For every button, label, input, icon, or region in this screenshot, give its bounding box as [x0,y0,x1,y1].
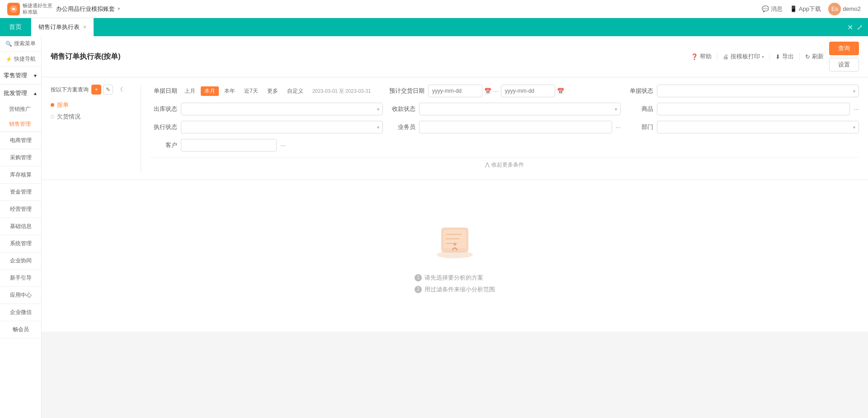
filter-field-delivery: 预计交货日期 📅 — 📅 [388,85,621,97]
sidebar-item-member[interactable]: 畅会员 [0,321,41,338]
tab-active[interactable]: 销售订单执行表 × [31,18,94,36]
customer-label: 客户 [150,141,177,149]
add-scheme-button[interactable]: + [91,85,101,95]
filter-row-4: 客户 ··· [150,139,859,152]
sidebar-item-finance[interactable]: 资金管理 [0,184,41,201]
help-icon: ❓ [691,53,698,60]
logo-text: 畅捷通好生意 标准版 [23,3,52,14]
sidebar-item-basic[interactable]: 基础信息 [0,218,41,235]
main-layout: 🔍 搜索菜单 ⚡ 快捷导航 零售管理 ▼ 批发管理 ▲ 营销推广 销售管理 电商… [0,36,868,418]
dept-select-wrapper: ▾ [657,121,859,133]
execution-select-wrapper: ▾ [181,121,383,133]
execution-select[interactable] [181,121,383,133]
query-button[interactable]: 查询 [829,42,859,55]
filter-right-section: 单据日期 上月 本月 本年 近7天 更多 自定义 2023-03-01 至 20… [141,85,859,172]
scheme-item-debt[interactable]: 欠货情况 [51,111,133,123]
filter-panel-inner: 按以下方案查询 + ✎ 《 [51,85,859,172]
svg-point-7 [453,243,456,246]
help-button[interactable]: ❓ 帮助 [691,52,712,61]
sidebar-item-operations[interactable]: 经营管理 [0,201,41,218]
date-tab-thismonth[interactable]: 本月 [201,86,219,96]
sidebar-item-apps[interactable]: 应用中心 [0,287,41,304]
filter-field-salesman: 业务员 ··· [388,121,621,133]
date-tab-7days[interactable]: 近7天 [241,86,262,96]
customer-more-icon[interactable]: ··· [280,142,286,149]
sidebar-item-wechat[interactable]: 企业微信 [0,304,41,321]
delivery-from-input[interactable] [428,85,482,97]
tab-bar: 首页 销售订单执行表 × ✕ ⤢ [0,18,868,36]
sidebar-item-system[interactable]: 系统管理 [0,235,41,252]
delivery-to-input[interactable] [501,85,555,97]
sidebar-item-enterprise[interactable]: 企业协同 [0,252,41,270]
tab-home[interactable]: 首页 [0,18,31,36]
date-label: 单据日期 [150,87,177,95]
sidebar-item-purchase[interactable]: 采购管理 [0,149,41,166]
dept-select[interactable] [657,121,859,133]
empty-text: 1 请先选择要分析的方案 2 用过滤条件来缩小分析范围 [415,272,495,295]
breadcrumb-area[interactable]: 办公用品行业模拟账套 ▾ [56,5,120,13]
sidebar-item-ecommerce[interactable]: 电商管理 [0,132,41,149]
app-download-button[interactable]: 📱 App下载 [790,5,821,13]
date-tab-lastmonth[interactable]: 上月 [181,86,199,96]
filter-row-3: 执行状态 ▾ 业务员 ··· [150,121,859,133]
salesman-input[interactable] [419,121,612,133]
window-close-icon[interactable]: ✕ [847,23,853,32]
top-bar-left: 畅捷通好生意 标准版 办公用品行业模拟账套 ▾ [7,3,120,15]
collapse-button[interactable]: ⋀ 收起更多条件 [485,162,524,168]
collapse-left-icon: 《 [117,86,123,94]
sidebar-search[interactable]: 🔍 搜索菜单 [0,36,41,52]
empty-state: 1 请先选择要分析的方案 2 用过滤条件来缩小分析范围 [42,180,868,332]
settings-button[interactable]: 设置 [829,58,859,71]
export-icon: ⬇ [775,53,780,60]
receipt-select[interactable] [419,103,621,115]
top-bar-right: 💬 消息 📱 App下载 Ea demo2 [762,3,861,15]
filter-scheme-header: 按以下方案查询 + ✎ 《 [51,85,133,95]
filter-left-section: 按以下方案查询 + ✎ 《 [51,85,141,172]
filter-field-execution: 执行状态 ▾ [150,121,383,133]
sidebar-item-inventory[interactable]: 库存核算 [0,166,41,184]
msg-icon: 💬 [762,5,769,12]
filter-field-goods: 商品 ··· [626,103,859,115]
sidebar-quicknav[interactable]: ⚡ 快捷导航 [0,52,41,67]
export-button[interactable]: ⬇ 导出 [775,52,794,61]
goods-input[interactable] [657,103,850,115]
date-tab-custom[interactable]: 自定义 [283,86,307,96]
collapse-scheme-button[interactable]: 《 [115,85,125,95]
window-max-icon[interactable]: ⤢ [857,23,863,32]
salesman-more-icon[interactable]: ··· [616,124,621,131]
sidebar-item-retail[interactable]: 零售管理 ▼ [0,67,41,84]
sidebar-item-marketing[interactable]: 营销推广 [0,102,41,117]
sidebar-item-wholesale[interactable]: 批发管理 ▲ [0,85,41,102]
print-chevron-icon: ▾ [762,54,764,59]
customer-input[interactable] [181,139,277,152]
filter-field-status: 单据状态 ▾ [626,85,859,97]
date-tab-more[interactable]: 更多 [264,86,282,96]
status-select[interactable] [657,85,859,97]
print-button[interactable]: 🖨 按模板打印 ▾ [723,52,764,61]
page-title: 销售订单执行表(按单) [51,52,121,62]
outbound-select[interactable] [181,103,383,115]
empty-step-1: 1 请先选择要分析的方案 [415,272,495,284]
filter-field-date: 单据日期 上月 本月 本年 近7天 更多 自定义 2023-03-01 至 20… [150,86,383,96]
empty-step-2: 2 用过滤条件来缩小分析范围 [415,284,495,295]
tab-close-icon[interactable]: × [83,24,86,30]
status-select-wrapper: ▾ [657,85,859,97]
filter-left-actions: + ✎ 《 [91,85,125,95]
user-menu[interactable]: Ea demo2 [828,3,861,15]
receipt-label: 收款状态 [388,105,415,113]
date-tabs: 上月 本月 本年 近7天 更多 自定义 [181,86,307,96]
active-dot-icon [51,103,54,107]
receipt-select-wrapper: ▾ [419,103,621,115]
sidebar-item-sales[interactable]: 销售管理 [0,117,41,132]
edit-scheme-button[interactable]: ✎ [103,85,113,95]
date-tab-thisyear[interactable]: 本年 [221,86,239,96]
filter-field-customer: 客户 ··· [150,139,286,152]
refresh-button[interactable]: ↻ 刷新 [805,52,824,61]
sidebar-item-newbie[interactable]: 新手引导 [0,270,41,287]
print-icon: 🖨 [723,53,729,60]
goods-label: 商品 [626,105,653,113]
goods-more-icon[interactable]: ··· [854,105,859,113]
msg-button[interactable]: 💬 消息 [762,5,783,13]
avatar: Ea [828,3,841,15]
scheme-item-active[interactable]: 按单 [51,99,133,111]
